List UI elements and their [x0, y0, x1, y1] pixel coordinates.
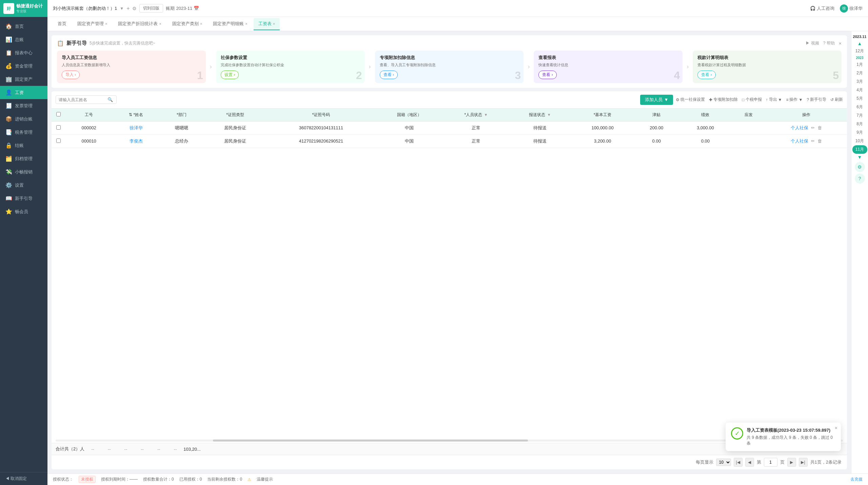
row2-delete-icon[interactable]: 🗑	[817, 138, 822, 144]
sidebar-item-invoice[interactable]: 🧾 发票管理	[0, 99, 47, 112]
step3-btn[interactable]: 查看 ›	[380, 71, 398, 79]
toast-close-btn[interactable]: ×	[835, 425, 837, 431]
new-guide-btn[interactable]: ? 新手引导	[807, 97, 826, 102]
step1-btn[interactable]: 导入 ›	[62, 71, 80, 79]
settings-circle-icon[interactable]: ⚙	[855, 162, 865, 172]
unpin-button[interactable]: ◀ 取消固定	[0, 472, 47, 485]
calendar-sep[interactable]: 9月	[852, 128, 867, 137]
sidebar-item-settings[interactable]: ⚙️ 设置	[0, 179, 47, 192]
calendar-aug[interactable]: 8月	[852, 120, 867, 128]
sidebar-item-closing[interactable]: 🔒 结账	[0, 139, 47, 152]
video-link[interactable]: ▶ 视频	[806, 40, 819, 46]
select-all-checkbox[interactable]	[56, 112, 61, 116]
sidebar-item-expense[interactable]: 💸 小畅报销	[0, 165, 47, 179]
refresh-btn[interactable]: ↺ 刷新	[830, 97, 843, 102]
support-button[interactable]: 🎧 人工咨询	[810, 5, 834, 12]
guide-step-5: 税款计算明细表 查看税款计算过程及明细数据 查看 › 5	[693, 51, 842, 83]
sidebar-item-inventory[interactable]: 📦 进销台账	[0, 112, 47, 126]
panel-collapse-btn[interactable]: ≫	[851, 35, 851, 48]
calendar-down-btn[interactable]: ▼	[855, 154, 865, 161]
calendar-oct[interactable]: 10月	[852, 137, 867, 145]
row2-edit-icon[interactable]: ✏	[811, 138, 815, 144]
operations-btn[interactable]: ≡ 操作 ▼	[786, 97, 803, 102]
tab-depreciation[interactable]: 固定资产折旧统计表 ×	[113, 18, 166, 30]
switch-version-button[interactable]: 切到旧版	[139, 4, 163, 13]
row2-name-link[interactable]: 李俊杰	[130, 138, 143, 144]
add-company-btn[interactable]: +	[126, 5, 130, 12]
row1-checkbox[interactable]	[56, 125, 61, 130]
sidebar-item-fixed-assets[interactable]: 🏢 固定资产	[0, 73, 47, 86]
deduction-btn[interactable]: ✚ 专项附加扣除	[709, 97, 738, 102]
export-btn[interactable]: ↑ 导出 ▼	[766, 97, 782, 102]
table-row: 000002 徐泽华 嗯嗯嗯 居民身份证 360782200104131111 …	[52, 121, 847, 134]
calendar-dec2022[interactable]: 12月	[852, 47, 867, 55]
row2-performance: 0.00	[679, 134, 732, 148]
step-arrow-1: ›	[206, 63, 216, 70]
sidebar-item-ledger[interactable]: 📊 总账	[0, 33, 47, 46]
calendar-apr[interactable]: 4月	[852, 86, 867, 94]
row1-edit-icon[interactable]: ✏	[811, 125, 815, 130]
step4-btn[interactable]: 查看 ›	[538, 71, 556, 79]
prev-page-btn[interactable]: ◀	[745, 458, 754, 467]
status-filter-icon[interactable]: ▼	[484, 113, 488, 117]
calendar-up-btn[interactable]: ▲	[855, 40, 865, 47]
step2-btn[interactable]: 设置 ›	[221, 71, 239, 79]
tab-category[interactable]: 固定资产类别 ×	[167, 18, 207, 30]
reports-icon: 📋	[5, 50, 12, 56]
user-menu[interactable]: 徐 徐泽华	[840, 4, 863, 13]
social-security-btn[interactable]: ⚙ 统一社保设置	[676, 97, 705, 102]
sidebar-item-member[interactable]: ⭐ 畅会员	[0, 205, 47, 218]
sidebar-item-archive[interactable]: 🗂️ 归档管理	[0, 152, 47, 165]
page-input[interactable]	[764, 458, 777, 467]
tab-close-depreciation[interactable]: ×	[159, 22, 161, 26]
sidebar-item-guide[interactable]: 📖 新手引导	[0, 192, 47, 205]
calendar-nov[interactable]: 11月	[852, 145, 867, 154]
page-size-select[interactable]: 10 20 50	[716, 459, 731, 466]
user-avatar-icon: 徐	[840, 4, 848, 13]
tab-close-category[interactable]: ×	[200, 22, 202, 26]
tab-fixed-assets[interactable]: 固定资产管理 ×	[73, 18, 112, 30]
search-input[interactable]	[59, 97, 106, 102]
tab-close-ledger[interactable]: ×	[245, 22, 247, 26]
calendar-jun[interactable]: 6月	[852, 103, 867, 111]
close-guide-button[interactable]: ×	[839, 41, 842, 46]
question-circle-icon[interactable]: ?	[855, 173, 865, 184]
tab-home[interactable]: 首页	[53, 18, 71, 30]
settings-gear-icon[interactable]: ⚙	[132, 6, 137, 11]
company-dropdown-icon[interactable]: ▼	[120, 6, 124, 11]
calendar-feb[interactable]: 2月	[852, 69, 867, 77]
calendar-icon[interactable]: 📅	[194, 6, 199, 11]
tab-ledger[interactable]: 固定资产明细账 ×	[208, 18, 252, 30]
calendar-mar[interactable]: 3月	[852, 77, 867, 86]
tab-close-payroll[interactable]: ×	[273, 22, 275, 26]
calendar-may[interactable]: 5月	[852, 94, 867, 103]
search-icon[interactable]: 🔍	[107, 97, 113, 102]
scrollbar-thumb	[213, 440, 528, 442]
row2-checkbox[interactable]	[56, 138, 61, 143]
row1-name-link[interactable]: 徐泽华	[130, 125, 143, 130]
calendar-jul[interactable]: 7月	[852, 111, 867, 120]
sidebar-item-tax[interactable]: 📑 税务管理	[0, 126, 47, 139]
guide-book-icon: 📋	[57, 40, 64, 46]
scrollbar[interactable]	[56, 440, 843, 442]
sidebar-item-payroll[interactable]: 👤 工资	[0, 86, 47, 99]
row2-report-status: 待报送	[509, 134, 571, 148]
last-page-btn[interactable]: ▶|	[799, 458, 808, 467]
tab-payroll[interactable]: 工资表 ×	[254, 18, 280, 30]
sidebar-item-home[interactable]: 🏠 首页	[0, 20, 47, 33]
charge-link[interactable]: 去充值	[850, 477, 863, 482]
next-page-btn[interactable]: ▶	[787, 458, 796, 467]
tab-close-fixed-assets[interactable]: ×	[105, 22, 107, 26]
report-filter-icon[interactable]: ▼	[547, 113, 551, 117]
row1-delete-icon[interactable]: 🗑	[817, 125, 822, 130]
first-page-btn[interactable]: |◀	[734, 458, 743, 467]
sidebar-item-funds[interactable]: 💰 资金管理	[0, 59, 47, 73]
add-person-button[interactable]: 添加人员 ▼	[640, 95, 673, 105]
help-link[interactable]: ? 帮助	[823, 40, 835, 46]
tax-report-btn[interactable]: □ 个税申报	[742, 97, 762, 102]
step5-btn[interactable]: 查看 ›	[697, 71, 715, 79]
calendar-jan[interactable]: 1月	[852, 60, 867, 69]
row1-social-security-link[interactable]: 个人社保	[791, 125, 808, 130]
row2-social-security-link[interactable]: 个人社保	[791, 138, 808, 144]
sidebar-item-reports[interactable]: 📋 报表中心	[0, 46, 47, 59]
